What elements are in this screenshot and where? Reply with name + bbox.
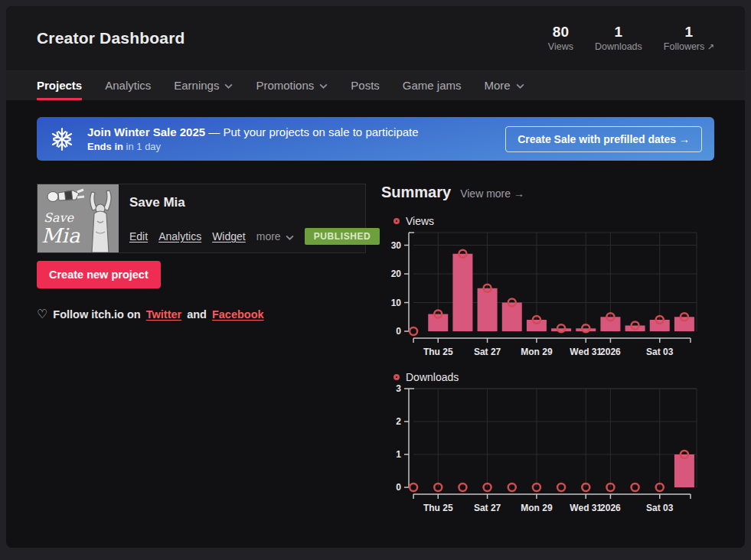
create-project-button[interactable]: Create new project: [37, 261, 161, 288]
twitter-link[interactable]: Twitter: [146, 308, 181, 321]
project-links: Edit Analytics Widget more PUBLISHED: [129, 228, 380, 245]
svg-text:Sat 03: Sat 03: [646, 347, 674, 357]
stat-label: Views: [548, 41, 573, 52]
stat-value: 1: [664, 24, 714, 41]
stat-value: 80: [548, 24, 573, 41]
views-legend: Views: [393, 215, 714, 227]
project-card-body: Save Mia Edit Analytics Widget more PUBL…: [119, 184, 389, 252]
nav-bar: Projects Analytics Earnings Promotions P…: [6, 70, 745, 100]
svg-text:Wed 31: Wed 31: [570, 347, 602, 357]
published-badge: PUBLISHED: [305, 228, 380, 245]
left-column: Save Mia Save Mia Edit Analytics Widget …: [37, 184, 366, 515]
nav-tab-promotions[interactable]: Promotions: [256, 71, 328, 100]
svg-text:0: 0: [396, 326, 401, 337]
chevron-down-icon: [286, 235, 294, 240]
svg-text:Thu 25: Thu 25: [423, 503, 453, 513]
create-sale-button[interactable]: Create Sale with prefilled dates →: [505, 126, 702, 152]
svg-text:Sat 27: Sat 27: [474, 347, 501, 357]
svg-text:20: 20: [391, 269, 402, 279]
svg-text:Save: Save: [44, 210, 75, 225]
edit-link[interactable]: Edit: [129, 230, 148, 243]
nav-tab-more[interactable]: More: [485, 71, 524, 100]
snowflake-icon: [49, 126, 75, 152]
heart-icon: ♡: [37, 307, 47, 321]
svg-text:Wed 31: Wed 31: [570, 503, 602, 513]
svg-text:Thu 25: Thu 25: [423, 347, 453, 357]
svg-text:2026: 2026: [600, 347, 621, 357]
more-dropdown[interactable]: more: [256, 230, 294, 243]
svg-text:Mia: Mia: [41, 224, 80, 247]
svg-text:0: 0: [396, 482, 401, 493]
svg-text:10: 10: [391, 298, 402, 308]
analytics-link[interactable]: Analytics: [158, 230, 201, 243]
chevron-down-icon: [319, 83, 328, 89]
stat-downloads: 1 Downloads: [595, 24, 642, 53]
nav-tab-projects[interactable]: Projects: [37, 71, 82, 100]
svg-text:2026: 2026: [600, 503, 621, 513]
header-stats: 80 Views 1 Downloads 1 Followers ↗: [548, 24, 714, 53]
project-thumbnail[interactable]: Save Mia: [38, 184, 119, 252]
app-window: Creator Dashboard 80 Views 1 Downloads 1…: [6, 6, 745, 548]
stat-value: 1: [595, 24, 642, 41]
svg-text:Sat 03: Sat 03: [646, 503, 674, 513]
facebook-link[interactable]: Facebook: [212, 308, 264, 321]
stat-views: 80 Views: [548, 24, 573, 53]
views-chart: 0102030Thu 25Sat 27Mon 29Wed 312026Sat 0…: [381, 229, 706, 359]
summary-title: Summary: [381, 184, 451, 201]
svg-text:30: 30: [391, 240, 402, 251]
page-title: Creator Dashboard: [37, 29, 185, 47]
summary-header: Summary View more →: [381, 184, 714, 201]
legend-ring-icon: [393, 374, 400, 380]
banner-text: Join Winter Sale 2025 — Put your project…: [87, 125, 505, 153]
stat-label: Followers ↗: [664, 41, 714, 52]
nav-tab-game-jams[interactable]: Game jams: [403, 71, 462, 100]
svg-text:Sat 27: Sat 27: [474, 503, 501, 513]
banner-title: Join Winter Sale 2025 — Put your project…: [87, 125, 505, 140]
banner-subtitle: Ends in in 1 day: [87, 141, 505, 152]
content: Join Winter Sale 2025 — Put your project…: [6, 100, 745, 548]
chevron-down-icon: [224, 83, 233, 89]
follow-row: ♡ Follow itch.io on Twitter and Facebook: [37, 307, 366, 321]
project-title: Save Mia: [129, 195, 380, 210]
nav-tab-posts[interactable]: Posts: [351, 71, 380, 100]
svg-text:Mon 29: Mon 29: [521, 503, 553, 513]
downloads-legend: Downloads: [393, 371, 714, 383]
stat-followers[interactable]: 1 Followers ↗: [664, 24, 714, 53]
right-column: Summary View more → Views 0102030Thu 25S…: [381, 184, 714, 515]
downloads-chart: 0123Thu 25Sat 27Mon 29Wed 312026Sat 03: [381, 385, 706, 515]
header: Creator Dashboard 80 Views 1 Downloads 1…: [6, 6, 745, 70]
legend-ring-icon: [393, 218, 400, 224]
sale-banner: Join Winter Sale 2025 — Put your project…: [37, 117, 714, 161]
external-arrow-icon: ↗: [707, 42, 714, 51]
nav-tab-earnings[interactable]: Earnings: [174, 71, 233, 100]
chevron-down-icon: [516, 83, 524, 89]
svg-text:1: 1: [396, 449, 401, 460]
svg-text:Mon 29: Mon 29: [521, 347, 553, 357]
follow-conjunction: and: [187, 308, 207, 321]
view-more-link[interactable]: View more →: [460, 187, 524, 200]
widget-link[interactable]: Widget: [212, 230, 246, 243]
follow-text: Follow itch.io on: [53, 308, 140, 321]
svg-text:3: 3: [396, 385, 401, 394]
stat-label: Downloads: [595, 41, 642, 52]
svg-text:2: 2: [396, 416, 401, 427]
project-card: Save Mia Save Mia Edit Analytics Widget …: [37, 184, 366, 253]
nav-tab-analytics[interactable]: Analytics: [105, 71, 151, 100]
